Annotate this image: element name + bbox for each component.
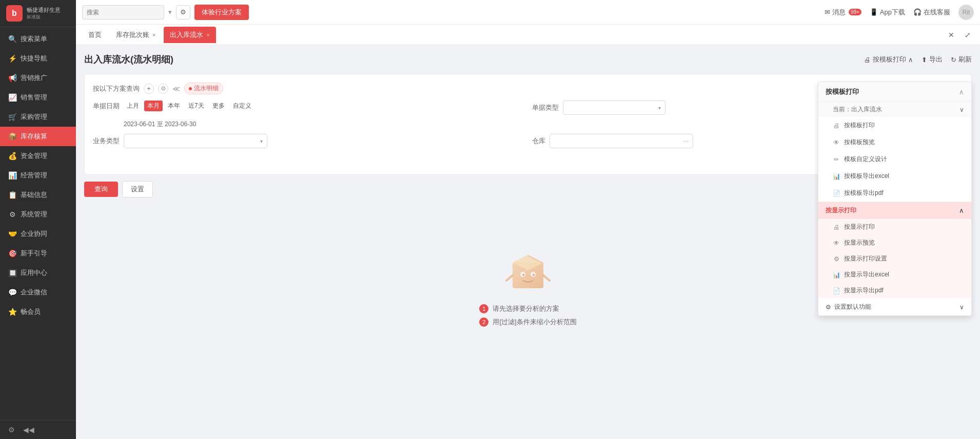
display-item-按显示预览[interactable]: 👁按显示预览 bbox=[818, 235, 971, 251]
close-window-button[interactable]: ✕ bbox=[945, 29, 957, 41]
business-type-select[interactable]: ▾ bbox=[124, 134, 267, 148]
sidebar-item-label-marketing: 营销推广 bbox=[21, 73, 47, 83]
appstore-icon: 🔲 bbox=[8, 269, 16, 277]
dropdown-current[interactable]: 当前：出入库流水 ∨ bbox=[818, 102, 971, 117]
message-action[interactable]: ✉ 消息 99+ bbox=[825, 8, 861, 17]
tab-home[interactable]: 首页 bbox=[82, 27, 108, 43]
item-label: 按显示打印 bbox=[844, 223, 875, 231]
sidebar-settings-icon[interactable]: ⚙ bbox=[8, 426, 15, 434]
filter-collapse-button[interactable]: ≪ bbox=[172, 85, 180, 93]
display-print-header[interactable]: 按显示打印 ∧ bbox=[818, 202, 971, 219]
user-avatar[interactable]: Rit bbox=[958, 5, 974, 20]
display-item-按显示导出excel[interactable]: 📊按显示导出excel bbox=[818, 267, 971, 283]
search-input[interactable] bbox=[82, 5, 164, 19]
tab-flow[interactable]: 出入库流水× bbox=[164, 27, 215, 43]
sidebar-item-marketing[interactable]: 📢营销推广 bbox=[0, 68, 76, 88]
item-label: 按显示导出excel bbox=[844, 270, 889, 279]
refresh-button[interactable]: ↻ 刷新 bbox=[951, 55, 972, 64]
date-shortcut-本月[interactable]: 本月 bbox=[144, 101, 163, 111]
date-label: 单据日期 bbox=[93, 102, 120, 111]
item-icon: 📊 bbox=[833, 271, 840, 278]
template-item-按模板打印[interactable]: 🖨按模板打印 bbox=[818, 117, 971, 134]
display-item-按显示导出pdf[interactable]: 📄按显示导出pdf bbox=[818, 283, 971, 298]
filter-tag-dot bbox=[189, 87, 192, 90]
settings-button[interactable]: 设置 bbox=[122, 181, 153, 197]
sidebar-item-inventory[interactable]: 📦库存核算 bbox=[0, 127, 76, 146]
dropdown-collapse-icon[interactable]: ∧ bbox=[959, 88, 964, 96]
item-icon: 📄 bbox=[833, 287, 840, 294]
display-item-按显示打印[interactable]: 🖨按显示打印 bbox=[818, 219, 971, 235]
sidebar-item-finance[interactable]: 💰资金管理 bbox=[0, 146, 76, 166]
online-service-label: 在线客服 bbox=[924, 8, 950, 17]
filter-settings-button[interactable]: ⊙ bbox=[158, 84, 168, 94]
date-shortcut-近7天[interactable]: 近7天 bbox=[185, 101, 207, 111]
dropdown-footer[interactable]: ⚙ 设置默认功能 ∨ bbox=[818, 298, 971, 315]
sidebar-item-purchase[interactable]: 🛒采购管理 bbox=[0, 107, 76, 127]
item-icon: 🖨 bbox=[833, 224, 840, 231]
sidebar-item-enterprise[interactable]: 🤝企业协同 bbox=[0, 224, 76, 244]
dropdown-title: 按模板打印 bbox=[826, 87, 859, 96]
template-item-按模板导出excel[interactable]: 📊按模板导出excel bbox=[818, 168, 971, 185]
sidebar-item-label-operation: 经营管理 bbox=[21, 171, 47, 180]
warehouse-input[interactable]: ··· bbox=[550, 134, 693, 148]
display-item-按显示打印设置[interactable]: ⚙按显示打印设置 bbox=[818, 251, 971, 267]
template-item-按模板导出pdf[interactable]: 📄按模板导出pdf bbox=[818, 185, 971, 202]
online-service-action[interactable]: 🎧 在线客服 bbox=[913, 8, 950, 17]
page-actions: 🖨 按模板打印 ∧ ⬆ 导出 ↻ 刷新 按模板打印 ∧ bbox=[864, 55, 972, 64]
operation-icon: 📊 bbox=[8, 171, 16, 179]
filter-business-item: 业务类型 ▾ bbox=[93, 134, 524, 148]
sidebar-item-label-search: 搜索菜单 bbox=[21, 34, 47, 44]
business-type-label: 业务类型 bbox=[93, 136, 120, 146]
active-filter-tag[interactable]: 流水明细 bbox=[184, 83, 223, 94]
refresh-label: 刷新 bbox=[958, 55, 972, 64]
page-content: 出入库流水(流水明细) 🖨 按模板打印 ∧ ⬆ 导出 ↻ 刷新 bbox=[76, 45, 980, 439]
filter-add-button[interactable]: + bbox=[144, 84, 154, 94]
settings-icon: ⚙ bbox=[826, 304, 831, 311]
svg-point-5 bbox=[522, 274, 524, 276]
tab-close-batch[interactable]: × bbox=[152, 32, 155, 38]
step-1-text: 请先选择要分析的方案 bbox=[493, 304, 559, 313]
page-title: 出入库流水(流水明细) bbox=[84, 53, 173, 66]
industry-button[interactable]: 体验行业方案 bbox=[194, 5, 249, 20]
guide-icon: 🎯 bbox=[8, 249, 16, 257]
filter-title: 按以下方案查询 bbox=[93, 84, 140, 93]
footer-label: 设置默认功能 bbox=[834, 303, 871, 311]
sidebar-item-guide[interactable]: 🎯新手引导 bbox=[0, 244, 76, 263]
sidebar-item-shortcut[interactable]: ⚡快捷导航 bbox=[0, 49, 76, 68]
sidebar-item-search[interactable]: 🔍搜索菜单 bbox=[0, 29, 76, 49]
tab-close-flow[interactable]: × bbox=[206, 32, 209, 38]
sidebar-item-sales[interactable]: 📈销售管理 bbox=[0, 88, 76, 107]
warehouse-label: 仓库 bbox=[532, 136, 545, 146]
template-items: 🖨按模板打印👁按模板预览✏模板自定义设计📊按模板导出excel📄按模板导出pdf bbox=[818, 117, 971, 202]
sidebar-item-member[interactable]: ⭐畅会员 bbox=[0, 302, 76, 322]
date-shortcut-自定义[interactable]: 自定义 bbox=[230, 101, 254, 111]
tab-batch[interactable]: 库存批次账× bbox=[110, 27, 162, 43]
expand-window-button[interactable]: ⤢ bbox=[962, 29, 974, 41]
template-item-按模板预览[interactable]: 👁按模板预览 bbox=[818, 134, 971, 151]
sidebar: b 畅捷通好生意 标准版 🔍搜索菜单⚡快捷导航📢营销推广📈销售管理🛒采购管理📦库… bbox=[0, 0, 76, 439]
tab-label-home: 首页 bbox=[88, 30, 102, 39]
sidebar-item-appstore[interactable]: 🔲应用中心 bbox=[0, 263, 76, 283]
sidebar-item-operation[interactable]: 📊经营管理 bbox=[0, 166, 76, 185]
sidebar-item-basic[interactable]: 📋基础信息 bbox=[0, 185, 76, 205]
sidebar-collapse-icon[interactable]: ◀◀ bbox=[23, 426, 34, 434]
printer-icon: 🖨 bbox=[864, 56, 871, 64]
member-icon: ⭐ bbox=[8, 308, 16, 316]
display-print-label: 按显示打印 bbox=[826, 206, 856, 215]
export-button[interactable]: ⬆ 导出 bbox=[922, 55, 943, 64]
topbar-right: ✉ 消息 99+ 📱 App下载 🎧 在线客服 Rit bbox=[825, 5, 974, 20]
date-shortcut-本年[interactable]: 本年 bbox=[165, 101, 183, 111]
sidebar-item-label-finance: 资金管理 bbox=[21, 151, 47, 161]
refresh-icon: ↻ bbox=[951, 56, 956, 64]
sidebar-item-wechat[interactable]: 💬企业微信 bbox=[0, 283, 76, 302]
app-download-action[interactable]: 📱 App下载 bbox=[870, 8, 905, 17]
template-item-模板自定义设计[interactable]: ✏模板自定义设计 bbox=[818, 151, 971, 168]
voucher-type-select[interactable]: ▾ bbox=[563, 101, 665, 115]
print-button[interactable]: 🖨 按模板打印 ∧ bbox=[864, 55, 913, 64]
topbar-gear-button[interactable]: ⚙ bbox=[176, 5, 190, 19]
date-shortcut-更多[interactable]: 更多 bbox=[209, 101, 228, 111]
query-button[interactable]: 查询 bbox=[84, 182, 118, 197]
date-shortcut-上月[interactable]: 上月 bbox=[124, 101, 142, 111]
topbar-dropdown-arrow[interactable]: ▾ bbox=[168, 8, 172, 16]
sidebar-item-system[interactable]: ⚙系统管理 bbox=[0, 205, 76, 224]
